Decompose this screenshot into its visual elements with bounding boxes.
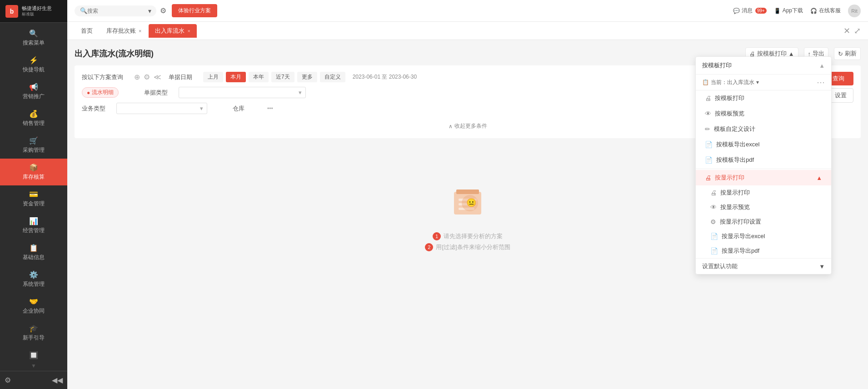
dropdown-more-dots[interactable]: ⋯ bbox=[817, 77, 825, 87]
collapse-more-btn[interactable]: ∧ 收起更多条件 bbox=[445, 120, 491, 132]
tab-batch[interactable]: 库存批次账× bbox=[100, 24, 148, 38]
header-right: 💬 消息 99+ 📱 App下载 🎧 在线客服 Rit bbox=[733, 5, 861, 17]
sidebar-item-basic[interactable]: 📋 基础信息 bbox=[0, 239, 67, 266]
svg-rect-1 bbox=[456, 190, 479, 194]
filter-collapse-icon[interactable]: ≪ bbox=[154, 73, 161, 81]
shortcut-icon: ⚡ bbox=[29, 56, 38, 65]
dropdown-item-display-print-settings[interactable]: ⚙按显示打印设置 bbox=[696, 214, 831, 229]
notifications-btn[interactable]: 💬 消息 99+ bbox=[733, 7, 767, 15]
date-tag-近7天[interactable]: 近7天 bbox=[271, 72, 294, 82]
tab-maximize-icon[interactable]: ⤢ bbox=[854, 26, 861, 36]
top-header: 🔍 ▾ ⚙ 体验行业方案 💬 消息 99+ 📱 App下载 🎧 在线客服 Rit bbox=[67, 0, 868, 22]
trial-btn[interactable]: 体验行业方案 bbox=[172, 4, 217, 17]
tab-home[interactable]: 首页 bbox=[75, 24, 99, 38]
dropdown-item-display-preview[interactable]: 👁按显示预览 bbox=[696, 200, 831, 214]
tab-window-controls: ✕ ⤢ bbox=[843, 26, 861, 36]
tab-close-flow[interactable]: × bbox=[187, 28, 190, 34]
page-title: 出入库流水(流水明细) bbox=[75, 48, 154, 59]
svg-text:😐: 😐 bbox=[466, 198, 477, 208]
search-icon: 🔍 bbox=[29, 29, 38, 38]
sidebar-item-purchase[interactable]: 🛒 采购管理 bbox=[0, 132, 67, 159]
item-icon-display-export-pdf: 📄 bbox=[710, 247, 718, 254]
date-filter-tags: 上月本月本年近7天更多自定义 bbox=[203, 72, 345, 82]
filter-icons: ⊕ ⚙ ≪ bbox=[134, 73, 161, 81]
dropdown-close-arrow[interactable]: ▲ bbox=[819, 62, 825, 69]
collapse-sidebar-icon[interactable]: ◀◀ bbox=[52, 376, 63, 384]
date-tag-本年[interactable]: 本年 bbox=[249, 72, 269, 82]
dropdown-item-template-print[interactable]: 🖨按模板打印 bbox=[696, 90, 831, 106]
sidebar-item-inventory[interactable]: 📦 库存核算 bbox=[0, 159, 67, 185]
header-gear-icon[interactable]: ⚙ bbox=[160, 6, 166, 15]
dropdown-item-template-preview[interactable]: 👁按模板预览 bbox=[696, 106, 831, 121]
sidebar-item-label-system: 系统管理 bbox=[23, 280, 45, 288]
sidebar-item-label-search: 搜索菜单 bbox=[23, 39, 45, 47]
dropdown-item-template-export-excel[interactable]: 📄按模板导出excel bbox=[696, 137, 831, 152]
sidebar-item-label-basic: 基础信息 bbox=[23, 254, 45, 261]
user-profile[interactable]: Rit bbox=[848, 5, 861, 17]
tab-close-window-icon[interactable]: ✕ bbox=[843, 26, 850, 36]
sidebar-item-shortcut[interactable]: ⚡ 快捷导航 bbox=[0, 51, 67, 78]
sidebar-item-sales[interactable]: 💰 销售管理 bbox=[0, 105, 67, 132]
sidebar-scroll-down[interactable]: ▼ bbox=[0, 361, 67, 371]
refresh-icon: ↻ bbox=[838, 50, 843, 57]
dropdown-footer[interactable]: 设置默认功能 ▼ bbox=[696, 258, 831, 274]
dropdown-item-display-print[interactable]: 🖨按显示打印 bbox=[696, 185, 831, 200]
app-logo: b 畅捷通好生意 标准版 bbox=[0, 0, 67, 23]
sidebar-item-label-guide: 新手引导 bbox=[23, 334, 45, 342]
dropdown-item-template-export-pdf[interactable]: 📄按模板导出pdf bbox=[696, 152, 831, 168]
tab-close-batch[interactable]: × bbox=[139, 28, 141, 34]
sidebar-item-label-operation: 经营管理 bbox=[23, 227, 45, 234]
sidebar-item-enterprise[interactable]: 🤝 企业协同 bbox=[0, 293, 67, 319]
date-tag-上月[interactable]: 上月 bbox=[203, 72, 223, 82]
dropdown-header: 按模板打印 ▲ bbox=[696, 57, 831, 75]
tab-flow[interactable]: 出入库流水× bbox=[149, 24, 196, 38]
settings-icon[interactable]: ⚙ bbox=[5, 376, 11, 384]
refresh-btn[interactable]: ↻ 刷新 bbox=[834, 47, 861, 60]
bill-type-select[interactable]: ▾ bbox=[179, 87, 306, 98]
dropdown-item-display-export-pdf[interactable]: 📄按显示导出pdf bbox=[696, 244, 831, 258]
purchase-icon: 🛒 bbox=[29, 136, 38, 145]
item-icon-template-preview: 👁 bbox=[705, 110, 711, 117]
app-version: 标准版 bbox=[22, 11, 52, 17]
sidebar-item-operation[interactable]: 📊 经营管理 bbox=[0, 212, 67, 239]
dropdown-item-display-export-excel[interactable]: 📄按显示导出excel bbox=[696, 229, 831, 244]
date-label: 单据日期 bbox=[169, 73, 196, 81]
group-icon-1: 🖨 bbox=[705, 174, 711, 181]
warehouse-more-icon[interactable]: ••• bbox=[267, 105, 273, 112]
search-input[interactable] bbox=[87, 8, 146, 14]
bill-type-label: 单据类型 bbox=[144, 89, 171, 97]
filter-settings-btn[interactable]: 设置 bbox=[828, 88, 853, 103]
sidebar-item-label-enterprise: 企业协同 bbox=[23, 307, 45, 315]
dropdown-item-template-custom[interactable]: ✏模板自定义设计 bbox=[696, 121, 831, 137]
item-icon-display-preview: 👁 bbox=[710, 204, 717, 211]
date-range-display: 2023-06-01 至 2023-06-30 bbox=[353, 73, 417, 81]
sidebar-item-guide[interactable]: 🎓 新手引导 bbox=[0, 319, 67, 346]
add-condition-icon[interactable]: ⊕ bbox=[134, 73, 140, 81]
business-type-select[interactable]: ▾ bbox=[116, 103, 207, 114]
item-icon-display-print: 🖨 bbox=[710, 189, 717, 196]
customer-service-btn[interactable]: 🎧 在线客服 bbox=[810, 7, 841, 15]
sidebar-item-app_center[interactable]: 🔲 应用中心 bbox=[0, 346, 67, 361]
search-dropdown-icon[interactable]: ▾ bbox=[148, 7, 151, 15]
footer-arrow-icon: ▼ bbox=[819, 263, 825, 270]
date-tag-更多[interactable]: 更多 bbox=[297, 72, 317, 82]
date-tag-本月[interactable]: 本月 bbox=[226, 72, 246, 82]
date-tag-自定义[interactable]: 自定义 bbox=[320, 72, 345, 82]
flow-detail-tag[interactable]: ● 流水明细 bbox=[82, 87, 119, 98]
header-search-box[interactable]: 🔍 ▾ bbox=[75, 5, 156, 16]
sidebar-item-finance[interactable]: 💳 资金管理 bbox=[0, 185, 67, 212]
system-icon: ⚙️ bbox=[29, 270, 38, 279]
empty-hint-2: 2 用[过滤]条件来缩小分析范围 bbox=[425, 243, 510, 251]
tab-label-batch: 库存批次账 bbox=[106, 27, 136, 35]
sidebar-item-marketing[interactable]: 📢 营销推广 bbox=[0, 78, 67, 105]
filter-settings-icon[interactable]: ⚙ bbox=[144, 73, 150, 81]
bill-type-arrow: ▾ bbox=[299, 89, 302, 96]
item-icon-template-custom: ✏ bbox=[705, 125, 710, 133]
sidebar: b 畅捷通好生意 标准版 🔍 搜索菜单 ⚡ 快捷导航 📢 营销推广 💰 销售管理… bbox=[0, 0, 67, 389]
app-download-btn[interactable]: 📱 App下载 bbox=[774, 7, 803, 15]
sidebar-item-search[interactable]: 🔍 搜索菜单 bbox=[0, 25, 67, 51]
sidebar-item-system[interactable]: ⚙️ 系统管理 bbox=[0, 266, 67, 293]
sidebar-bottom: ⚙ ◀◀ bbox=[0, 371, 67, 389]
dropdown-group-1[interactable]: 🖨按显示打印▲ bbox=[696, 170, 831, 185]
main-content: 🔍 ▾ ⚙ 体验行业方案 💬 消息 99+ 📱 App下载 🎧 在线客服 Rit bbox=[67, 0, 868, 389]
